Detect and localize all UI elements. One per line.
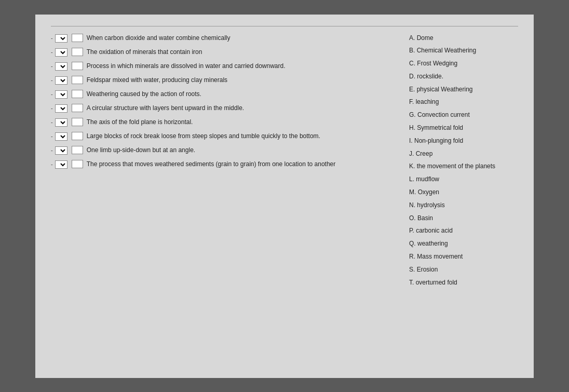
answer-letter: S. [409, 266, 417, 273]
answer-input-box[interactable] [72, 146, 83, 154]
answer-letter: I. [409, 137, 414, 144]
answer-item: E. physical Weathering [409, 85, 518, 94]
minus-control[interactable]: - [51, 35, 53, 41]
answer-select-10[interactable]: ABCDEFGHIJKLMNOPQRST [55, 160, 67, 169]
answer-letter: E. [409, 86, 417, 93]
minus-control[interactable]: - [51, 119, 53, 125]
answer-letter: T. [409, 279, 416, 286]
minus-control[interactable]: - [51, 105, 53, 111]
answer-item: I. Non-plunging fold [409, 137, 518, 145]
minus-control[interactable]: - [51, 63, 53, 69]
content-area: - ABCDEFGHIJKLMNOPQRST When carbon dioxi… [51, 34, 518, 291]
answer-letter: O. [409, 214, 417, 222]
answer-input-box[interactable] [72, 34, 83, 42]
answer-letter: J. [409, 150, 416, 157]
minus-control[interactable]: - [51, 161, 53, 167]
answer-item: J. Creep [409, 150, 518, 158]
answer-letter: P. [409, 227, 416, 234]
answer-input-box[interactable] [72, 48, 83, 56]
answer-letter: L. [409, 175, 416, 183]
answer-select-3[interactable]: ABCDEFGHIJKLMNOPQRST [55, 62, 67, 71]
answer-item: T. overturned fold [409, 278, 518, 287]
answer-input-box[interactable] [72, 76, 83, 84]
answer-letter: K. [409, 163, 417, 170]
page-title [51, 24, 518, 26]
answer-item: D. rockslide. [409, 72, 518, 81]
answer-letter: H. [409, 124, 417, 131]
answer-text: Basin [417, 214, 433, 222]
answer-text: Oxygen [418, 188, 439, 196]
answer-item: R. Mass movement [409, 252, 518, 261]
answer-item: F. leaching [409, 98, 518, 106]
question-text: A circular structure with layers bent up… [87, 104, 244, 113]
answer-input-box[interactable] [72, 132, 83, 140]
main-page: - ABCDEFGHIJKLMNOPQRST When carbon dioxi… [35, 15, 534, 378]
answer-letter: R. [409, 253, 417, 260]
answer-item: G. Convection current [409, 111, 518, 119]
question-text: When carbon dioxide and water combine ch… [87, 34, 231, 43]
question-row: - ABCDEFGHIJKLMNOPQRST Weathering caused… [51, 90, 394, 99]
answer-input-box[interactable] [72, 90, 83, 98]
answer-input-box[interactable] [72, 104, 83, 112]
question-text: Weathering caused by the action of roots… [87, 90, 201, 99]
answer-text: weathering [417, 240, 448, 247]
answer-text: Frost Wedging [417, 60, 457, 67]
answer-item: B. Chemical Weathering [409, 46, 518, 55]
question-row: - ABCDEFGHIJKLMNOPQRST When carbon dioxi… [51, 34, 394, 43]
answer-text: overturned fold [416, 279, 457, 286]
answer-letter: F. [409, 98, 416, 105]
answer-letter: C. [409, 60, 417, 67]
question-row: - ABCDEFGHIJKLMNOPQRST The process that … [51, 160, 394, 169]
answer-text: Dome [417, 34, 433, 42]
question-text: Process in which minerals are dissolved … [87, 62, 286, 71]
answer-text: Non-plunging fold [414, 137, 463, 144]
answer-item: P. carbonic acid [409, 226, 518, 235]
question-row: - ABCDEFGHIJKLMNOPQRST A circular struct… [51, 104, 394, 113]
answer-text: carbonic acid [416, 227, 453, 234]
minus-control[interactable]: - [51, 133, 53, 139]
answer-text: mudflow [416, 175, 439, 183]
answer-select-5[interactable]: ABCDEFGHIJKLMNOPQRST [55, 90, 67, 99]
minus-control[interactable]: - [51, 91, 53, 97]
question-text: One limb up-side-down but at an angle. [87, 146, 195, 155]
left-column: - ABCDEFGHIJKLMNOPQRST When carbon dioxi… [51, 34, 404, 291]
answer-select-1[interactable]: ABCDEFGHIJKLMNOPQRST [55, 34, 67, 43]
answer-letter: D. [409, 73, 417, 80]
answer-item: L. mudflow [409, 175, 518, 184]
answer-input-box[interactable] [72, 118, 83, 126]
question-row: - ABCDEFGHIJKLMNOPQRST Feldspar mixed wi… [51, 76, 394, 85]
question-row: - ABCDEFGHIJKLMNOPQRST The axis of the f… [51, 118, 394, 127]
answer-letter: A. [409, 34, 417, 42]
minus-control[interactable]: - [51, 147, 53, 153]
answer-select-2[interactable]: ABCDEFGHIJKLMNOPQRST [55, 48, 67, 57]
answer-item: M. Oxygen [409, 188, 518, 197]
answer-text: Erosion [417, 266, 438, 273]
question-row: - ABCDEFGHIJKLMNOPQRST One limb up-side-… [51, 146, 394, 155]
answer-input-box[interactable] [72, 160, 83, 168]
question-text: Large blocks of rock break loose from st… [87, 132, 320, 141]
answer-select-6[interactable]: ABCDEFGHIJKLMNOPQRST [55, 104, 67, 113]
answer-text: Symmetrical fold [417, 124, 463, 131]
answer-select-9[interactable]: ABCDEFGHIJKLMNOPQRST [55, 146, 67, 155]
question-row: - ABCDEFGHIJKLMNOPQRST The oxidation of … [51, 48, 394, 57]
minus-control[interactable]: - [51, 49, 53, 55]
answer-select-8[interactable]: ABCDEFGHIJKLMNOPQRST [55, 132, 67, 141]
answer-text: Chemical Weathering [417, 47, 477, 54]
answer-item: H. Symmetrical fold [409, 124, 518, 132]
minus-control[interactable]: - [51, 77, 53, 83]
answer-item: A. Dome [409, 34, 518, 43]
question-text: The process that moves weathered sedimen… [87, 160, 336, 169]
answer-item: Q. weathering [409, 239, 518, 248]
question-row: - ABCDEFGHIJKLMNOPQRST Process in which … [51, 62, 394, 71]
answer-text: Mass movement [417, 253, 463, 260]
answer-select-7[interactable]: ABCDEFGHIJKLMNOPQRST [55, 118, 67, 127]
answer-input-box[interactable] [72, 62, 83, 70]
answer-item: S. Erosion [409, 265, 518, 274]
answer-letter: G. [409, 111, 417, 118]
answer-letter: B. [409, 47, 417, 54]
answer-text: leaching [416, 98, 439, 105]
answer-select-4[interactable]: ABCDEFGHIJKLMNOPQRST [55, 76, 67, 85]
answer-text: the movement of the planets [417, 163, 495, 170]
question-text: The axis of the fold plane is horizontal… [87, 118, 193, 127]
answer-text: rockslide. [417, 73, 443, 80]
